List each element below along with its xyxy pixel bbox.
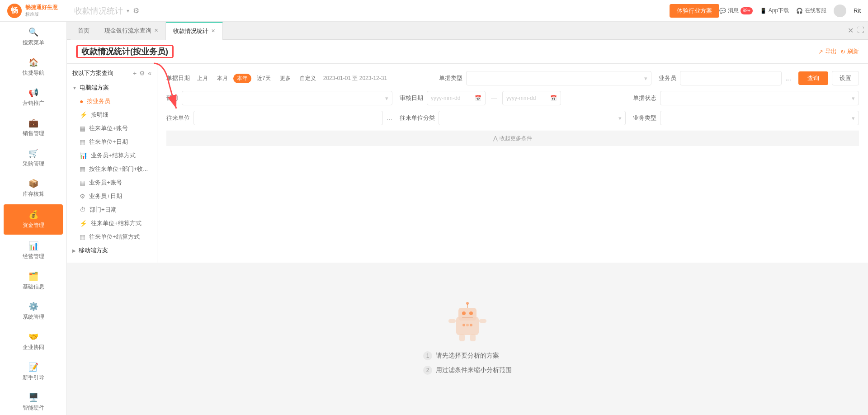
review-date-from-value: yyyy-mm-dd [431,95,460,101]
scheme-group-desktop-title[interactable]: ▼ 电脑端方案 [67,81,157,94]
scheme-item-unit-account[interactable]: ▦ 往来单位+账号 [67,122,157,135]
app-download-btn[interactable]: 📱 App下载 [760,7,789,14]
trial-button[interactable]: 体验行业方案 [670,4,719,18]
biztype-label: 业务类型 [633,114,656,122]
scheme-item-unit-date[interactable]: ▦ 往来单位+日期 [67,135,157,149]
scheme-item-salesperson[interactable]: ● 按业务员 [67,94,157,108]
scheme-collapse-icon[interactable]: « [148,70,151,77]
filter-row-2: 部门 ▾ 审核日期 yyyy-mm-dd 📅 [166,91,859,105]
tab-bank-close[interactable]: ✕ [154,28,158,33]
scheme-item-dept-date[interactable]: ⏱ 部门+日期 [67,203,157,217]
unit-category-select[interactable]: ▾ [439,111,626,125]
unit-account-scheme-icon: ▦ [80,125,85,132]
svg-rect-4 [462,317,473,318]
scheme-item-detail[interactable]: ⚡ 按明细 [67,108,157,122]
date-btn-last-month[interactable]: 上月 [193,74,212,83]
user-avatar[interactable] [834,5,846,17]
doctype-dropdown-icon: ▾ [644,75,647,82]
collapse-bar[interactable]: ⋀ 收起更多条件 [166,131,859,146]
sidebar-item-hardware[interactable]: 🖥️ 智能硬件 [0,387,66,415]
query-button[interactable]: 查询 [798,71,828,85]
review-date-from-input[interactable]: yyyy-mm-dd 📅 [427,91,486,105]
doctype-select[interactable]: ▾ [466,71,651,85]
refresh-label: 刷新 [847,47,859,56]
date-btn-custom[interactable]: 自定义 [296,74,320,83]
docstatus-select[interactable]: ▾ [660,91,859,105]
message-btn[interactable]: 💬 消息 99+ [719,7,753,14]
dept-select[interactable]: ▾ [182,91,392,105]
svg-rect-9 [459,334,465,341]
sidebar-item-marketing[interactable]: 📢 营销推广 [0,82,66,113]
date-btn-this-month[interactable]: 本月 [213,74,231,83]
tab-home-label: 首页 [78,27,90,35]
empty-tips: 1 请先选择要分析的方案 2 用过滤条件来缩小分析范围 [423,351,512,375]
setting-button[interactable]: 设置 [832,71,859,85]
scheme-item-salesperson-account[interactable]: ▦ 业务员+账号 [67,176,157,189]
export-button[interactable]: ↗ 导出 [818,47,837,56]
scheme-item-salesperson-date[interactable]: ⚙ 业务员+日期 [67,189,157,203]
sidebar-item-operation[interactable]: 📊 经营管理 [0,236,66,266]
dept-date-icon: ⏱ [80,206,86,213]
tab-collection-close[interactable]: ✕ [211,28,215,34]
salesperson-select[interactable] [680,71,782,85]
sidebar-item-sales[interactable]: 💼 销售管理 [0,113,66,143]
unit-select[interactable] [193,111,383,125]
tab-collection[interactable]: 收款情况统计 ✕ [166,22,223,40]
sidebar-item-enterprise[interactable]: 🤝 企业协同 [0,326,66,357]
sidebar-item-system[interactable]: ⚙️ 系统管理 [0,296,66,326]
tab-maximize-icon[interactable]: ⛶ [857,26,864,35]
tip-item-1: 1 请先选择要分析的方案 [423,351,512,360]
scheme-item-salesperson-settle[interactable]: 📊 业务员+结算方式 [67,149,157,162]
unit-more-icon[interactable]: ... [387,114,392,122]
sidebar-item-search[interactable]: 🔍 搜索菜单 [0,22,66,52]
calendar-from-icon[interactable]: 📅 [475,95,481,101]
export-icon: ↗ [818,48,823,55]
scheme-item-unit-dept-collect[interactable]: ▦ 按往来单位+部门+收... [67,162,157,176]
calendar-to-icon[interactable]: 📅 [550,95,557,101]
filter-review-date-field: 审核日期 yyyy-mm-dd 📅 — yyyy-mm-dd 📅 [400,91,626,105]
settings-icon[interactable]: ⚙ [133,6,139,15]
scheme-settings-icon[interactable]: ⚙ [139,70,145,77]
docstatus-label: 单据状态 [633,94,656,102]
salesperson-account-icon: ▦ [80,179,85,186]
tip-text-2: 用过滤条件来缩小分析范围 [436,366,512,374]
tab-bank[interactable]: 现金银行流水查询 ✕ [97,22,166,40]
date-btn-this-year[interactable]: 本年 [233,74,251,83]
service-icon: 🎧 [796,8,803,14]
tab-collection-label: 收款情况统计 [173,27,208,35]
tab-home[interactable]: 首页 [71,22,97,40]
sidebar-item-purchase[interactable]: 🛒 采购管理 [0,143,66,173]
review-date-label: 审核日期 [400,94,423,102]
sidebar-item-guide[interactable]: 📝 新手引导 [0,357,66,387]
date-btn-7days[interactable]: 近7天 [253,74,274,83]
tab-close-all-icon[interactable]: ✕ [848,26,854,35]
filter-right: 单据日期 上月 本月 本年 近7天 更多 自定义 2023-01-01 至 20… [157,64,868,263]
service-label: 在线客服 [805,7,826,14]
inventory-icon: 📦 [28,179,38,189]
salesperson-scheme-icon: ● [80,98,83,105]
filter-doctype-field: 单据类型 ▾ [439,71,651,85]
salesperson-more-icon[interactable]: ... [785,74,791,82]
svg-rect-10 [470,334,476,341]
tip-item-2: 2 用过滤条件来缩小分析范围 [423,366,512,375]
refresh-button[interactable]: ↻ 刷新 [840,47,859,56]
tip-text-1: 请先选择要分析的方案 [436,352,499,360]
tip-num-2: 2 [423,366,432,375]
scheme-item-unit-settle1[interactable]: ⚡ 往来单位+结算方式 [67,217,157,230]
date-btn-more[interactable]: 更多 [276,74,294,83]
filter-salesperson-field: 业务员 ... [659,71,791,85]
sidebar-item-quicknav[interactable]: 🏠 快捷导航 [0,52,66,82]
search-icon: 🔍 [28,27,38,37]
docstatus-dropdown-icon: ▾ [852,95,855,102]
sidebar-item-basic[interactable]: 🗂️ 基础信息 [0,266,66,296]
scheme-item-unit-settle2[interactable]: ▦ 往来单位+结算方式 [67,230,157,244]
online-service-btn[interactable]: 🎧 在线客服 [796,7,826,14]
sidebar-item-finance[interactable]: 💰 资金管理 [4,204,63,235]
enterprise-icon: 🤝 [28,332,38,342]
scheme-group-mobile-title[interactable]: ▶ 移动端方案 [67,244,157,257]
biztype-select[interactable]: ▾ [660,111,859,125]
review-date-to-input[interactable]: yyyy-mm-dd 📅 [502,91,561,105]
sidebar-item-inventory[interactable]: 📦 库存核算 [0,173,66,203]
scheme-add-icon[interactable]: + [133,70,137,77]
date-label: 单据日期 [166,74,190,82]
